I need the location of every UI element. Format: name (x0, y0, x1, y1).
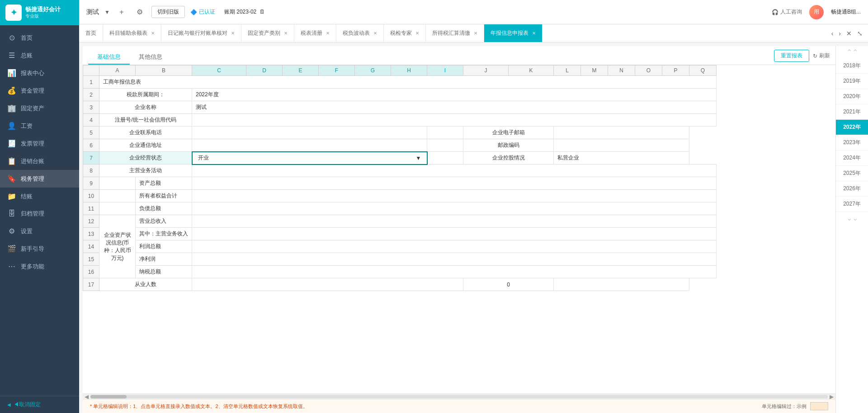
nav-item-archive[interactable]: 🗄 归档管理 (0, 205, 79, 222)
phone-value-cell[interactable] (192, 127, 427, 139)
nav-item-funds[interactable]: 💰 资金管理 (0, 82, 79, 99)
year-item-2025[interactable]: 2025年 (836, 166, 868, 181)
tab-bank-reconciliation[interactable]: 日记账与银行对账单核对 ✕ (161, 24, 241, 42)
tab-next-button[interactable]: › (837, 28, 843, 39)
tab-income-tax[interactable]: 所得税汇算清缴 ✕ (426, 24, 484, 42)
nav-item-assets[interactable]: 🏢 固定资产 (0, 99, 79, 117)
scrollbar-thumb[interactable] (90, 395, 127, 399)
tab-basic-info[interactable]: 基础信息 (88, 50, 130, 65)
total-assets-value-cell[interactable] (192, 177, 717, 190)
main-revenue-value-cell[interactable] (192, 228, 717, 240)
year-item-2018[interactable]: 2018年 (836, 58, 868, 74)
holding-value-cell[interactable]: 私营企业 (554, 152, 689, 164)
tab-close-icon[interactable]: ✕ (326, 31, 330, 36)
net-profit-value-cell[interactable] (192, 253, 717, 266)
reset-report-button[interactable]: 重置报表 (774, 50, 809, 62)
nav-item-settings[interactable]: ⚙ 设置 (0, 222, 79, 240)
report-title[interactable]: 工商年报信息表 (99, 76, 717, 89)
year-item-2020[interactable]: 2020年 (836, 89, 868, 104)
year-item-2027[interactable]: 2027年 (836, 197, 868, 212)
years-scroll-up-btn[interactable]: ⌃ ⌃ (836, 46, 868, 58)
horizontal-scrollbar[interactable]: ◀ ▶ (83, 394, 835, 399)
tab-other-info[interactable]: 其他信息 (130, 50, 171, 65)
tab-auxiliary-balance[interactable]: 科目辅助余额表 ✕ (103, 24, 161, 42)
tab-close-all-button[interactable]: ✕ (844, 28, 854, 39)
tab-close-icon[interactable]: ✕ (284, 31, 288, 36)
period-label-cell: 税款所属期间： (99, 89, 192, 101)
nav-item-reports[interactable]: 📊 报表中心 (0, 64, 79, 82)
main-biz-value-cell[interactable] (192, 164, 717, 177)
employees-value-cell[interactable] (192, 278, 463, 291)
nav-label: 资金管理 (21, 87, 44, 95)
tab-tax-register[interactable]: 税表清册 ✕ (294, 24, 336, 42)
tab-prev-button[interactable]: ‹ (830, 28, 835, 39)
year-item-2022[interactable]: 2022年 (836, 120, 868, 135)
nav-item-tax[interactable]: 🔖 税务管理 (0, 170, 79, 188)
year-item-2026[interactable]: 2026年 (836, 181, 868, 197)
nav-item-ledger[interactable]: ☰ 总账 (0, 47, 79, 64)
tab-fixed-assets-category[interactable]: 固定资产类别 ✕ (241, 24, 294, 42)
equity-value-cell[interactable] (192, 190, 717, 202)
tab-annual-report[interactable]: 年报信息申报表 ✕ (484, 24, 542, 42)
sidebar: ✦ 畅捷通好会计 专业版 ⊙ 首页 ☰ 总账 📊 报表中心 💰 资金管理 🏢 固… (0, 0, 79, 413)
total-revenue-value-cell[interactable] (192, 215, 717, 228)
tab-close-icon[interactable]: ✕ (532, 31, 536, 36)
old-version-button[interactable]: 切到旧版 (151, 6, 185, 18)
example-cell-color (810, 402, 828, 410)
tab-close-icon[interactable]: ✕ (231, 31, 235, 36)
col-header-i: I (427, 66, 463, 76)
app-logo: ✦ 畅捷通好会计 专业版 (0, 0, 79, 25)
tab-close-icon[interactable]: ✕ (415, 31, 419, 36)
tax-icon: 🔖 (7, 174, 16, 183)
nav-item-payroll[interactable]: 👤 工资 (0, 117, 79, 135)
nav-item-invoice[interactable]: 🧾 发票管理 (0, 135, 79, 152)
company-dropdown-icon[interactable]: ▼ (104, 9, 110, 15)
liabilities-value-cell[interactable] (192, 202, 717, 215)
employees-num-cell[interactable]: 0 (463, 278, 554, 291)
tax-total-value-cell[interactable] (192, 266, 717, 278)
row-num: 8 (83, 164, 99, 177)
tab-close-icon[interactable]: ✕ (373, 31, 377, 36)
service-button[interactable]: 🎧 人工咨询 (772, 8, 802, 16)
address-value-cell[interactable] (192, 139, 427, 152)
tab-close-icon[interactable]: ✕ (151, 31, 155, 36)
table-row: 15 净利润 (83, 253, 717, 266)
nav-item-closing[interactable]: 📁 结账 (0, 188, 79, 205)
tab-expand-button[interactable]: ⤡ (855, 28, 864, 39)
reg-num-value-cell[interactable] (192, 114, 717, 127)
biz-status-value-cell[interactable]: 开业 ▼ (192, 152, 427, 164)
scrollbar-track[interactable] (90, 395, 828, 399)
spreadsheet-container[interactable]: A B C D E F G H I J K L M (83, 65, 835, 394)
reg-num-label-cell: 注册号/统一社会信用代码 (99, 114, 192, 127)
nav-label: 更多功能 (21, 263, 44, 271)
years-scroll-down-btn[interactable]: ⌄ ⌄ (836, 212, 868, 224)
tab-label: 税表清册 (301, 29, 322, 37)
year-item-2021[interactable]: 2021年 (836, 104, 868, 120)
company-value-cell[interactable]: 测试 (192, 101, 717, 114)
table-row: 5 企业联系电话 企业电子邮箱 (83, 127, 717, 139)
add-button[interactable]: + (115, 6, 128, 19)
tab-tax-fluctuation[interactable]: 税负波动表 ✕ (336, 24, 384, 42)
biz-status-label-cell: 企业经营状态 (99, 152, 192, 164)
email-value-cell[interactable] (554, 127, 689, 139)
year-item-2023[interactable]: 2023年 (836, 135, 868, 150)
sidebar-collapse-btn[interactable]: ◀ ◀取消固定 (0, 396, 79, 413)
nav-item-inventory[interactable]: 📋 进销台账 (0, 152, 79, 170)
closing-icon: 📁 (7, 192, 16, 201)
year-item-2019[interactable]: 2019年 (836, 74, 868, 89)
tab-tax-expert[interactable]: 税检专家 ✕ (384, 24, 426, 42)
period-value-cell[interactable]: 2022年度 (192, 89, 717, 101)
postcode-value-cell[interactable] (554, 139, 689, 152)
tab-home[interactable]: 首页 (79, 24, 103, 42)
nav-item-home[interactable]: ⊙ 首页 (0, 29, 79, 47)
app-name: 畅捷通好会计 (25, 6, 61, 14)
nav-item-guide[interactable]: 🎬 新手引导 (0, 240, 79, 258)
dropdown-arrow-icon[interactable]: ▼ (416, 155, 421, 161)
total-assets-label-cell: 资产总额 (136, 177, 192, 190)
tab-close-icon[interactable]: ✕ (474, 31, 477, 36)
profit-value-cell[interactable] (192, 240, 717, 253)
year-item-2024[interactable]: 2024年 (836, 150, 868, 166)
refresh-button[interactable]: ↻ 刷新 (813, 52, 830, 60)
nav-item-more[interactable]: ⋯ 更多功能 (0, 258, 79, 275)
settings-gear-button[interactable]: ⚙ (133, 6, 146, 19)
